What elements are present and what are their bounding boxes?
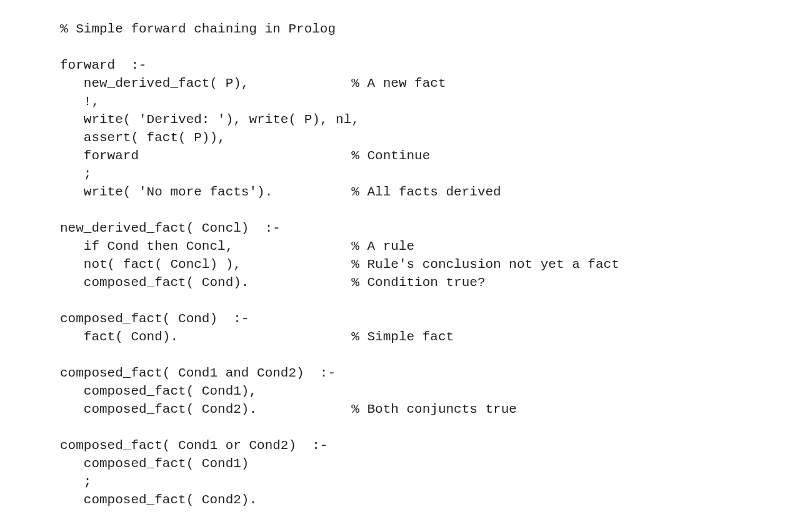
code-line: composed_fact( Cond1 and Cond2) :- (60, 366, 336, 380)
code-line: ; (60, 167, 91, 181)
code-line: composed_fact( Cond). % Condition true? (60, 275, 486, 290)
code-line: composed_fact( Cond1 or Cond2) :- (60, 438, 328, 453)
code-block: % Simple forward chaining in Prolog forw… (0, 0, 800, 509)
code-line: composed_fact( Cond2). (60, 493, 257, 507)
code-line: ; (60, 475, 91, 489)
code-line: composed_fact( Cond1), (60, 384, 257, 398)
code-line: write( 'Derived: '), write( P), nl, (60, 112, 359, 127)
code-line: forward % Continue (60, 149, 430, 163)
code-line: composed_fact( Cond) :- (60, 312, 249, 326)
code-line: not( fact( Concl) ), % Rule's conclusion… (60, 257, 619, 272)
code-line: write( 'No more facts'). % All facts der… (60, 185, 501, 199)
code-line: assert( fact( P)), (60, 131, 226, 145)
code-line: if Cond then Concl, % A rule (60, 239, 414, 254)
code-line: forward :- (60, 58, 147, 72)
code-line: composed_fact( Cond2). % Both conjuncts … (60, 402, 517, 416)
code-line: new_derived_fact( P), % A new fact (60, 76, 446, 91)
code-line: composed_fact( Cond1) (60, 456, 249, 471)
code-line: !, (60, 94, 99, 109)
code-line: fact( Cond). % Simple fact (60, 330, 454, 344)
code-line: % Simple forward chaining in Prolog (60, 22, 336, 36)
code-line: new_derived_fact( Concl) :- (60, 221, 281, 235)
